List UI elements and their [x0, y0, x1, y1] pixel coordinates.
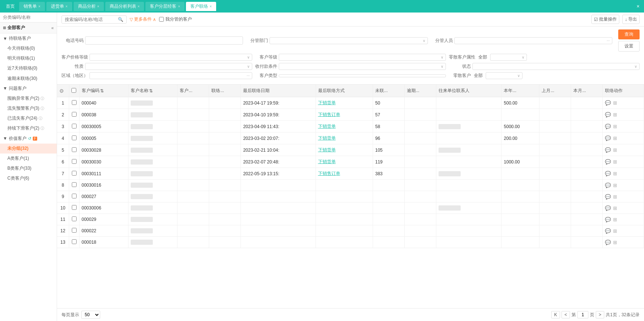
last-contact-method[interactable]: 下销货单 — [316, 133, 373, 144]
customer-name[interactable] — [128, 168, 177, 180]
sidebar-item-7days-pending[interactable]: 近7天待联络(0) — [0, 63, 57, 73]
tab-customer-contact[interactable]: 客户联络 × — [186, 2, 216, 11]
first-page-btn[interactable]: K — [551, 311, 560, 318]
sidebar-search-input[interactable] — [3, 15, 57, 20]
grid-action-icon[interactable]: ⊞ — [613, 112, 617, 117]
contact-method-link[interactable]: 下销货单 — [318, 135, 336, 141]
region-select[interactable]: ··· — [89, 72, 252, 79]
tab-customer-segment[interactable]: 客户分层经客 × — [145, 2, 184, 11]
sidebar-item-tomorrow-pending[interactable]: 明天待联络(1) — [0, 53, 57, 63]
select-all-checkbox[interactable] — [71, 88, 76, 93]
close-icon[interactable]: × — [178, 4, 180, 8]
last-contact-method[interactable] — [316, 191, 373, 202]
row-checkbox-cell[interactable] — [69, 156, 79, 168]
chat-icon[interactable]: 💬 — [605, 124, 611, 129]
search-input[interactable] — [65, 17, 116, 22]
chat-icon[interactable]: 💬 — [605, 205, 611, 211]
customer-name[interactable] — [128, 214, 177, 225]
col-code[interactable]: 客户编码⇅ — [79, 85, 128, 97]
next-page-btn[interactable]: > — [596, 311, 604, 318]
chat-icon[interactable]: 💬 — [605, 194, 611, 200]
chat-icon[interactable]: 💬 — [605, 228, 611, 234]
row-checkbox-cell[interactable] — [69, 97, 79, 109]
status-select[interactable]: ∨ — [472, 63, 640, 70]
contact-method-link[interactable]: 下销售订单 — [318, 112, 340, 117]
my-customers-filter[interactable]: 我分管的客户 — [159, 16, 192, 22]
last-contact-method[interactable] — [316, 180, 373, 191]
tab-purchase-order[interactable]: 进货单 × — [46, 2, 72, 11]
row-checkbox-cell[interactable] — [69, 133, 79, 144]
customer-name[interactable] — [128, 133, 177, 144]
prev-page-btn[interactable]: < — [562, 311, 570, 318]
price-level-select[interactable]: ∨ — [89, 54, 252, 61]
sidebar-group-problem[interactable]: ▼ 问题客户 — [0, 84, 57, 94]
query-button[interactable]: 查询 — [618, 29, 640, 39]
row-checkbox[interactable] — [72, 112, 77, 117]
customer-level-select[interactable]: ∨ — [279, 54, 446, 61]
grid-action-icon[interactable]: ⊞ — [613, 194, 617, 200]
last-contact-method[interactable] — [316, 202, 373, 214]
grid-action-icon[interactable]: ⊞ — [613, 183, 617, 188]
person-select[interactable]: ··· — [454, 37, 612, 44]
sidebar-item-today-pending[interactable]: 今天待联络(0) — [0, 43, 57, 53]
chat-icon[interactable]: 💬 — [605, 159, 611, 165]
customer-name[interactable] — [128, 156, 177, 168]
close-icon[interactable]: × — [38, 4, 41, 8]
chat-icon[interactable]: 💬 — [605, 100, 611, 106]
chat-icon[interactable]: 💬 — [605, 135, 611, 141]
last-contact-method[interactable]: 下销售订单 — [316, 109, 373, 121]
grid-action-icon[interactable]: ⊞ — [613, 135, 617, 141]
row-checkbox[interactable] — [72, 171, 77, 176]
row-checkbox[interactable] — [72, 216, 77, 221]
chat-icon[interactable]: 💬 — [605, 112, 611, 117]
grid-action-icon[interactable]: ⊞ — [613, 240, 617, 245]
sidebar-item-ungrouped[interactable]: 未分组(32) — [0, 144, 57, 154]
page-input[interactable] — [577, 311, 588, 318]
last-contact-method[interactable] — [316, 225, 373, 237]
grid-action-icon[interactable]: ⊞ — [613, 205, 617, 211]
sidebar-group-value[interactable]: ▼ 价值客户 ↺ F — [0, 134, 57, 144]
customer-type-select[interactable] — [279, 74, 446, 77]
all-customers-header[interactable]: ⊞ 全部客户 « — [0, 22, 57, 33]
row-checkbox-cell[interactable] — [69, 214, 79, 225]
chat-icon[interactable]: 💬 — [605, 171, 611, 176]
row-checkbox[interactable] — [72, 205, 77, 210]
customer-name[interactable] — [128, 202, 177, 214]
row-checkbox-cell[interactable] — [69, 144, 79, 156]
row-checkbox[interactable] — [72, 100, 77, 105]
col-name[interactable]: 客户名称⇅ — [128, 85, 177, 97]
grid-action-icon[interactable]: ⊞ — [613, 217, 617, 222]
gear-icon[interactable]: ⚙ — [59, 88, 64, 94]
refresh-icon[interactable]: ↺ — [28, 136, 31, 141]
customer-name[interactable] — [128, 237, 177, 248]
last-contact-method[interactable]: 下销售订单 — [316, 168, 373, 180]
sidebar-search-bar[interactable]: 🔍 — [0, 13, 57, 22]
row-checkbox-cell[interactable] — [69, 109, 79, 121]
last-contact-method[interactable] — [316, 214, 373, 225]
last-contact-method[interactable]: 下销货单 — [316, 97, 373, 109]
sidebar-item-declining[interactable]: 持续下滑客户(2) ⓘ — [0, 123, 57, 133]
sidebar-item-overdue-pending[interactable]: 逾期未联络(30) — [0, 74, 57, 84]
grid-action-icon[interactable]: ⊞ — [613, 124, 617, 129]
col-settings[interactable]: ⚙ — [57, 85, 69, 97]
customer-name[interactable] — [128, 97, 177, 109]
chat-icon[interactable]: 💬 — [605, 217, 611, 222]
sidebar-item-class-b[interactable]: B类客户(33) — [0, 163, 57, 173]
row-checkbox[interactable] — [72, 239, 77, 244]
contact-method-link[interactable]: 下销售订单 — [318, 171, 340, 176]
row-checkbox[interactable] — [72, 194, 77, 198]
last-contact-method[interactable]: 下销货单 — [316, 121, 373, 133]
home-tab[interactable]: 首页 — [3, 2, 18, 11]
customer-name[interactable] — [128, 191, 177, 202]
phone-input[interactable] — [85, 36, 243, 45]
close-icon[interactable]: × — [97, 4, 99, 8]
retail-customer-select[interactable]: ∨ — [486, 72, 522, 79]
close-icon[interactable]: × — [210, 4, 212, 8]
row-checkbox-cell[interactable] — [69, 225, 79, 237]
grid-action-icon[interactable]: ⊞ — [613, 147, 617, 153]
more-conditions-btn[interactable]: ▽ 更多条件 ∧ — [130, 16, 156, 22]
sidebar-item-churn-warning[interactable]: 流失预警客户(3) ⓘ — [0, 103, 57, 113]
col-checkbox[interactable] — [69, 85, 79, 97]
row-checkbox[interactable] — [72, 182, 77, 187]
grid-action-icon[interactable]: ⊞ — [613, 100, 617, 106]
